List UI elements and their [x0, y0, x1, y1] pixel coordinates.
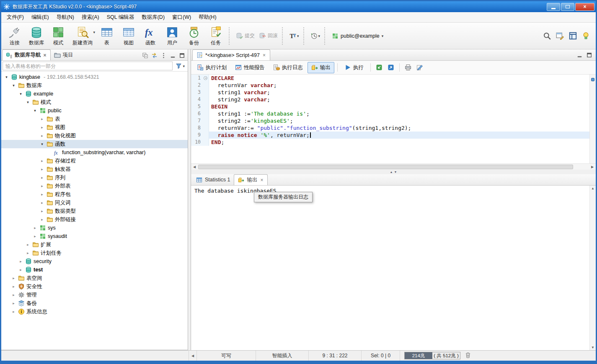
tree-item-28[interactable]: ▸系统信息 — [1, 307, 188, 316]
toolbar-button-8[interactable]: 备份 — [183, 25, 205, 47]
expand-arrow-icon[interactable]: ▸ — [18, 259, 23, 263]
expand-arrow-icon[interactable]: ▸ — [39, 134, 45, 138]
fold-toggle-icon[interactable] — [203, 75, 209, 82]
code-line-4[interactable]: 4 string2 varchar; — [191, 96, 596, 103]
table-filter-input[interactable] — [3, 62, 173, 70]
code-line-6[interactable]: 6 string1 :='The database is'; — [191, 110, 596, 117]
execution-log-button[interactable]: 执行日志 — [269, 62, 307, 73]
search-icon[interactable] — [543, 32, 551, 40]
toolbar-button-5[interactable]: 视图 — [118, 25, 140, 47]
toolbar-button-3[interactable]: ▾新建查询 — [69, 25, 96, 47]
code-line-10[interactable]: 10END; — [191, 139, 596, 146]
close-window-button[interactable]: × — [575, 3, 594, 11]
open-view-icon[interactable] — [556, 32, 564, 40]
toolbar-button-7[interactable]: 用户 — [161, 25, 183, 47]
expand-arrow-icon[interactable]: ▸ — [25, 251, 31, 255]
import-button[interactable] — [374, 62, 385, 73]
toolbar-button-1[interactable]: 数据库 — [26, 25, 47, 47]
tree-item-4[interactable]: ▾public — [1, 106, 188, 115]
close-icon[interactable]: × — [260, 177, 264, 183]
editor-vertical-scrollbar[interactable] — [589, 75, 596, 163]
expand-arrow-icon[interactable]: ▸ — [39, 117, 45, 121]
tree-item-7[interactable]: ▸物化视图 — [1, 132, 188, 140]
execution-plan-button[interactable]: 执行计划 — [193, 62, 230, 73]
horizontal-sash[interactable]: ▲ ▼ — [191, 170, 596, 174]
scroll-down-icon[interactable]: ▼ — [592, 346, 594, 349]
tree-item-22[interactable]: ▸security — [1, 257, 188, 266]
tree-item-12[interactable]: ▸序列 — [1, 173, 188, 182]
filter-button[interactable]: ▾ — [174, 62, 186, 70]
tree-item-3[interactable]: ▾模式 — [1, 98, 188, 106]
expand-arrow-icon[interactable]: ▸ — [32, 226, 38, 230]
run-button[interactable]: 执行 — [341, 62, 367, 73]
collapse-arrow-icon[interactable]: ▾ — [4, 75, 9, 79]
minimize-panel-icon[interactable] — [170, 52, 176, 59]
tree-item-6[interactable]: ▸视图 — [1, 123, 188, 132]
tree-item-20[interactable]: ▸扩展 — [1, 240, 188, 249]
collapse-arrow-icon[interactable]: ▾ — [39, 142, 45, 146]
garbage-collect-button[interactable] — [465, 352, 475, 359]
tree-item-1[interactable]: ▾数据库 — [1, 81, 188, 90]
menu-item-2[interactable]: 导航(N) — [53, 12, 78, 23]
link-editor-icon[interactable] — [151, 52, 158, 59]
scroll-track[interactable] — [198, 165, 589, 169]
scroll-thumb[interactable] — [198, 165, 573, 169]
output-vertical-scrollbar[interactable]: ▲ ▼ — [589, 186, 596, 350]
maximize-editor-icon[interactable] — [586, 52, 592, 58]
perspective-icon[interactable] — [569, 32, 577, 40]
tree-item-11[interactable]: ▸触发器 — [1, 165, 188, 173]
tree-item-8[interactable]: ▾函数 — [1, 140, 188, 148]
tree-item-25[interactable]: ▸安全性 — [1, 282, 188, 291]
commit-button[interactable]: 提交 — [234, 31, 257, 41]
code-line-3[interactable]: 3 string1 varchar; — [191, 89, 596, 96]
scroll-right-icon[interactable]: ▶ — [589, 165, 596, 169]
rollback-button[interactable]: 回滚 — [257, 31, 280, 41]
expand-arrow-icon[interactable]: ▸ — [39, 176, 45, 180]
tree-item-15[interactable]: ▸同义词 — [1, 199, 188, 207]
collapse-arrow-icon[interactable]: ▾ — [11, 83, 16, 88]
tab-database-navigator[interactable]: 数据库导航 × — [2, 49, 51, 60]
code-line-5[interactable]: 5BEGIN — [191, 103, 596, 110]
output-scroll-left-icon[interactable]: ◀ — [189, 354, 196, 358]
output-button[interactable]: 输出 — [308, 62, 334, 73]
collapse-arrow-icon[interactable]: ▾ — [32, 108, 38, 113]
tree-item-24[interactable]: ▸表空间 — [1, 274, 188, 282]
minimize-editor-icon[interactable] — [576, 52, 583, 58]
tree-item-21[interactable]: ▸计划任务 — [1, 249, 188, 257]
expand-arrow-icon[interactable]: ▸ — [39, 184, 45, 188]
menu-item-4[interactable]: SQL 编辑器 — [103, 12, 138, 23]
expand-arrow-icon[interactable]: ▸ — [32, 234, 38, 238]
tree-item-27[interactable]: ▸备份 — [1, 299, 188, 307]
chevron-down-icon[interactable]: ▾ — [93, 30, 95, 34]
tree-item-14[interactable]: ▸程序包 — [1, 190, 188, 199]
scroll-up-icon[interactable]: ▲ — [592, 186, 594, 190]
sash-up-icon[interactable]: ▲ — [390, 170, 393, 173]
sash-down-icon[interactable]: ▼ — [394, 170, 397, 173]
minimize-window-button[interactable] — [547, 3, 560, 11]
expand-arrow-icon[interactable]: ▸ — [39, 209, 45, 213]
close-icon[interactable]: × — [43, 52, 47, 58]
code-editor[interactable]: 1DECLARE2 returnVar varchar;3 string1 va… — [191, 75, 596, 163]
tree-item-26[interactable]: ▸管理 — [1, 291, 188, 299]
expand-arrow-icon[interactable]: ▸ — [39, 217, 45, 222]
expand-arrow-icon[interactable]: ▸ — [39, 201, 45, 205]
expand-arrow-icon[interactable]: ▸ — [11, 293, 16, 297]
expand-arrow-icon[interactable]: ▸ — [11, 276, 16, 280]
expand-arrow-icon[interactable]: ▸ — [25, 243, 31, 247]
print-button[interactable] — [403, 62, 414, 73]
code-line-2[interactable]: 2 returnVar varchar; — [191, 82, 596, 89]
export-button[interactable] — [385, 62, 396, 73]
toolbar-button-9[interactable]: 任务 — [205, 25, 227, 47]
toolbar-button-2[interactable]: 模式 — [47, 25, 69, 47]
expand-arrow-icon[interactable]: ▸ — [11, 284, 16, 289]
maximize-panel-icon[interactable] — [179, 52, 185, 59]
expand-arrow-icon[interactable]: ▸ — [18, 268, 23, 272]
maximize-window-button[interactable] — [561, 3, 574, 11]
connection-indicator-icon[interactable] — [582, 32, 590, 40]
expand-arrow-icon[interactable]: ▸ — [39, 125, 45, 129]
menu-item-5[interactable]: 数据库(D) — [138, 12, 168, 23]
tree-item-19[interactable]: ▸sysaudit — [1, 232, 188, 240]
tree-item-0[interactable]: ▾kingbase- 192.168.45.158:54321 — [1, 73, 188, 81]
menu-item-7[interactable]: 帮助(H) — [195, 12, 220, 23]
tree-item-10[interactable]: ▸存储过程 — [1, 157, 188, 165]
